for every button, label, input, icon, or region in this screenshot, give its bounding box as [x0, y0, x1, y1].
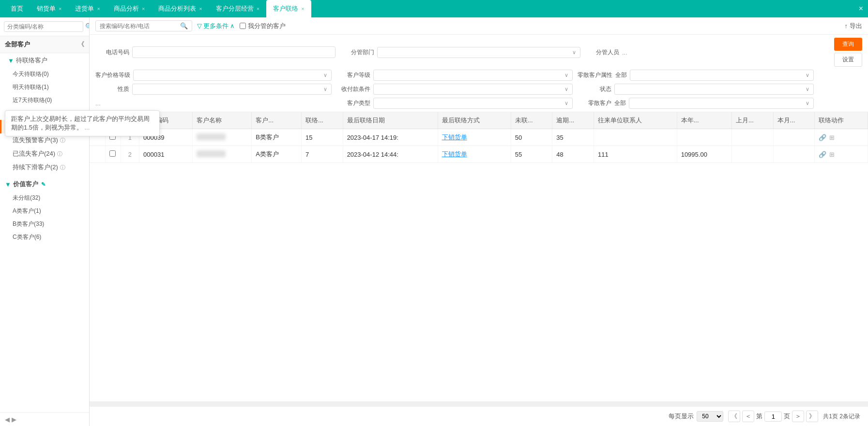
- sidebar-collapse-icon[interactable]: 《: [78, 40, 84, 49]
- nav-sales[interactable]: 销货单 ×: [30, 0, 68, 17]
- sidebar-item-unclassified[interactable]: 未分组(32): [0, 191, 89, 205]
- th-company-contact[interactable]: 往来单位联系人: [594, 112, 677, 129]
- td-company-contact-2: 111: [594, 146, 677, 163]
- sidebar-group-pending[interactable]: ▼ 待联络客户: [0, 53, 89, 68]
- td-uncontacted-1: 50: [511, 129, 552, 146]
- close-product-analysis-tab[interactable]: ×: [142, 6, 145, 12]
- loss-warning-label: 流失预警客户(3): [13, 136, 58, 145]
- close-customer-tier-tab[interactable]: ×: [257, 6, 259, 12]
- info-icon-lost[interactable]: ⓘ: [57, 150, 62, 158]
- customer-type-select[interactable]: ∨: [373, 98, 573, 109]
- sidebar-item-lost[interactable]: 已流失客户(24) ⓘ: [0, 147, 89, 161]
- top-nav: 首页 销货单 × 进货单 × 商品分析 × 商品分析列表 × 客户分层经营 × …: [0, 0, 868, 17]
- action-icons-2: 🔗 ⊞: [819, 151, 864, 158]
- filter-cell-nature: 性质 ∨: [95, 84, 332, 95]
- sidebar-item-class-c[interactable]: C类客户(6): [0, 231, 89, 244]
- sidebar-all-customers-header[interactable]: 全部客户 《: [0, 36, 89, 53]
- nature-select[interactable]: ∨: [132, 84, 332, 95]
- search-icon[interactable]: 🔍: [180, 22, 188, 29]
- filter-rows: 电话号码 分管部门 ∨ 分管人员 ... 查询 设置: [90, 35, 868, 112]
- per-page-select[interactable]: 20 50 100: [697, 411, 723, 422]
- th-overdue[interactable]: 逾期...: [552, 112, 594, 129]
- th-this-month[interactable]: 本月...: [773, 112, 815, 129]
- sidebar-item-declining[interactable]: 持续下滑客户(2) ⓘ: [0, 161, 89, 174]
- customer-grade-select[interactable]: ∨: [373, 70, 573, 81]
- person-dots[interactable]: ...: [622, 49, 627, 56]
- link-icon-2[interactable]: 🔗: [819, 151, 826, 158]
- th-contact[interactable]: 联络...: [302, 112, 343, 129]
- prev-page-btn[interactable]: ＜: [742, 411, 754, 422]
- export-btn[interactable]: ↑ 导出: [845, 22, 863, 30]
- sidebar-bottom-arrow[interactable]: ◀ ▶: [0, 412, 89, 426]
- link-icon-1[interactable]: 🔗: [819, 134, 826, 141]
- close-sales-tab[interactable]: ×: [59, 6, 61, 12]
- info-icon-loss[interactable]: ⓘ: [60, 137, 65, 144]
- sidebar-item-today[interactable]: 今天待联络(0): [0, 68, 89, 81]
- first-page-btn[interactable]: 《: [728, 411, 740, 422]
- grid-icon-2[interactable]: ⊞: [829, 151, 835, 158]
- sidebar-search-icon[interactable]: 🔍: [85, 23, 90, 30]
- edit-value-icon[interactable]: ✎: [41, 181, 46, 188]
- td-check-2[interactable]: [105, 146, 121, 163]
- th-uncontacted[interactable]: 未联...: [511, 112, 552, 129]
- sidebar-group-value[interactable]: ▼ 价值客户 ✎: [0, 177, 89, 191]
- th-last-contact-method[interactable]: 最后联络方式: [438, 112, 511, 129]
- more-filter-btn[interactable]: ▽ 更多条件 ∧: [197, 22, 235, 30]
- payment-select[interactable]: ∨: [373, 84, 573, 95]
- th-name[interactable]: 客户名称: [192, 112, 251, 129]
- th-this-year[interactable]: 本年...: [677, 112, 731, 129]
- last-page-btn[interactable]: 》: [806, 411, 818, 422]
- scatter-attr-select[interactable]: ∨: [630, 70, 814, 81]
- status-select[interactable]: ∨: [614, 84, 814, 95]
- row4-dots[interactable]: ...: [95, 100, 101, 107]
- nav-customer-contact[interactable]: 客户联络 ×: [266, 0, 311, 17]
- page-input[interactable]: [764, 411, 782, 422]
- search-input[interactable]: [100, 23, 180, 29]
- my-customer-wrap: 我分管的客户: [240, 22, 286, 30]
- sidebar-search-input[interactable]: [4, 21, 83, 32]
- nav-customer-tier[interactable]: 客户分层经营 ×: [209, 0, 266, 17]
- my-customer-checkbox[interactable]: [240, 23, 246, 29]
- grid-icon-1[interactable]: ⊞: [829, 134, 835, 141]
- scatter-customer-select[interactable]: ∨: [629, 98, 814, 109]
- dept-select[interactable]: ∨: [377, 47, 580, 58]
- all-customers-label: 全部客户: [5, 40, 30, 49]
- sidebar-item-class-a[interactable]: A类客户(1): [0, 205, 89, 218]
- phone-input[interactable]: [132, 46, 335, 58]
- td-num-2: 2: [121, 146, 139, 163]
- main-layout: 🔍 全部客户 《 ▼ 待联络客户 今天待联络(0) 明天待联络(1) 近7天待联…: [0, 17, 868, 426]
- th-action[interactable]: 联络动作: [815, 112, 868, 129]
- top-close-btn[interactable]: ×: [859, 4, 863, 13]
- th-last-contact-date[interactable]: 最后联络日期: [343, 112, 438, 129]
- sidebar-item-7days[interactable]: 近7天待联络(0): [0, 94, 89, 107]
- row2-checkbox[interactable]: [109, 150, 116, 157]
- info-icon-declining[interactable]: ⓘ: [60, 164, 65, 171]
- status-chevron: ∨: [806, 86, 809, 92]
- right-arrow-icon: ▶: [12, 416, 16, 423]
- close-customer-contact-tab[interactable]: ×: [301, 6, 304, 12]
- td-last-month-2: [731, 146, 773, 163]
- nav-purchase[interactable]: 进货单 ×: [68, 0, 107, 17]
- method-link-1[interactable]: 下销货单: [442, 133, 467, 141]
- scatter-customer-label: 零散客户: [578, 99, 611, 107]
- td-action-2: 🔗 ⊞: [815, 146, 868, 163]
- sidebar-item-tomorrow[interactable]: 明天待联络(1): [0, 81, 89, 94]
- action-btns: 查询 设置: [834, 38, 862, 67]
- method-link-2[interactable]: 下销货单: [442, 150, 467, 158]
- next-page-btn[interactable]: ＞: [792, 411, 804, 422]
- sidebar-item-class-b[interactable]: B类客户(33): [0, 218, 89, 231]
- customer-grade-chevron: ∨: [564, 72, 568, 78]
- hscroll-bar[interactable]: [90, 401, 868, 406]
- query-button[interactable]: 查询: [834, 38, 862, 51]
- th-type[interactable]: 客户...: [252, 112, 302, 129]
- close-product-analysis-list-tab[interactable]: ×: [199, 6, 202, 12]
- price-grade-select[interactable]: ∨: [133, 70, 332, 81]
- td-this-month-1: [773, 129, 815, 146]
- nav-product-analysis-list[interactable]: 商品分析列表 ×: [152, 0, 209, 17]
- close-purchase-tab[interactable]: ×: [97, 6, 100, 12]
- settings-button[interactable]: 设置: [834, 53, 862, 67]
- td-contact-2: 7: [302, 146, 343, 163]
- nav-product-analysis[interactable]: 商品分析 ×: [107, 0, 152, 17]
- nav-home[interactable]: 首页: [4, 0, 30, 17]
- th-last-month[interactable]: 上月...: [731, 112, 773, 129]
